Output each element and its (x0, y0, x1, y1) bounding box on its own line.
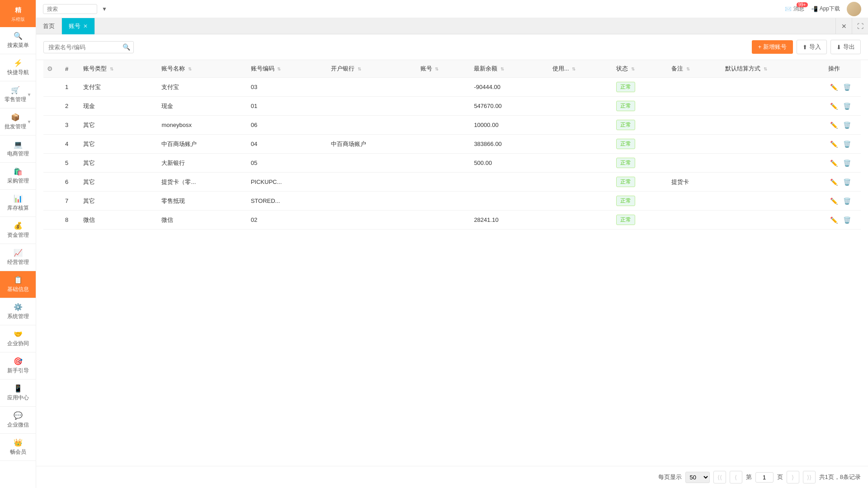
col-account-no-label: 账号 (420, 65, 432, 72)
col-account-type[interactable]: 账号类型 ⇅ (80, 60, 158, 78)
export-button[interactable]: ⬇ 导出 (830, 40, 861, 54)
delete-btn-1[interactable]: 🗑️ (841, 102, 853, 111)
edit-btn-4[interactable]: ✏️ (828, 159, 840, 168)
sidebar-item-new-guide[interactable]: 🎯 新手引导 (0, 352, 36, 380)
topbar-dropdown[interactable]: ▼ (102, 6, 107, 12)
sidebar-item-purchase[interactable]: 🛍️ 采购管理 (0, 163, 36, 190)
cell-account-name-4: 大新银行 (158, 154, 247, 173)
col-settings[interactable]: ⚙ (43, 60, 61, 78)
col-status[interactable]: 状态 ⇅ (613, 60, 668, 78)
cell-account-type-5: 其它 (80, 173, 158, 192)
page-first-btn[interactable]: ⟨⟨ (713, 471, 726, 483)
cell-balance-5 (470, 173, 548, 192)
cell-settings-0 (43, 78, 61, 97)
delete-btn-5[interactable]: 🗑️ (841, 178, 853, 187)
vip-icon: 👑 (14, 438, 23, 447)
col-default-settlement[interactable]: 默认结算方式 ⇅ (722, 60, 825, 78)
app-download-icon: 📲 (811, 6, 818, 12)
edit-btn-2[interactable]: ✏️ (828, 121, 840, 130)
sidebar-item-finance[interactable]: 💰 资金管理 (0, 217, 36, 244)
system-icon: ⚙️ (14, 303, 23, 311)
tab-home[interactable]: 首页 (36, 18, 62, 34)
page-last-btn[interactable]: ⟩⟩ (803, 471, 816, 483)
delete-btn-2[interactable]: 🗑️ (841, 121, 853, 130)
cell-open-bank-3: 中百商场账户 (327, 135, 416, 154)
cell-settings-6 (43, 192, 61, 211)
topbar-avatar[interactable] (847, 2, 861, 16)
cell-settings-3 (43, 135, 61, 154)
col-account-no[interactable]: 账号 ⇅ (417, 60, 471, 78)
edit-btn-5[interactable]: ✏️ (828, 178, 840, 187)
col-account-name[interactable]: 账号名称 ⇅ (158, 60, 247, 78)
tab-accounts[interactable]: 账号 ✕ (62, 18, 95, 34)
tab-close-icon-btn[interactable]: ✕ (835, 18, 852, 34)
cell-use-for-3 (549, 135, 613, 154)
sort-account-no-icon: ⇅ (435, 66, 439, 71)
sort-account-code-icon: ⇅ (277, 66, 281, 71)
delete-btn-7[interactable]: 🗑️ (841, 216, 853, 225)
table-wrap: ⚙ # 账号类型 ⇅ 账号名称 ⇅ 账号编码 ⇅ (36, 60, 868, 466)
cell-open-bank-5 (327, 173, 416, 192)
cell-account-no-3 (417, 135, 471, 154)
cell-account-type-4: 其它 (80, 154, 158, 173)
page-prev-btn[interactable]: ⟨ (730, 471, 742, 483)
col-account-type-label: 账号类型 (83, 65, 107, 72)
col-account-name-label: 账号名称 (161, 65, 185, 72)
sidebar-item-app-center[interactable]: 📱 应用中心 (0, 380, 36, 407)
col-account-code[interactable]: 账号编码 ⇅ (247, 60, 328, 78)
col-remark-label: 备注 (671, 65, 683, 72)
edit-btn-0[interactable]: ✏️ (828, 83, 840, 92)
col-remark[interactable]: 备注 ⇅ (668, 60, 722, 78)
cell-remark-4 (668, 154, 722, 173)
sidebar-item-label-inventory: 库存核算 (7, 204, 29, 212)
sidebar-item-wholesale[interactable]: 📦 批发管理 ▼ (0, 108, 36, 136)
col-latest-balance-label: 最新余额 (474, 65, 497, 72)
ecom-icon: 💻 (14, 140, 23, 149)
col-latest-balance[interactable]: 最新余额 ⇅ (470, 60, 548, 78)
delete-btn-4[interactable]: 🗑️ (841, 159, 853, 168)
sidebar-item-operations[interactable]: 📈 经营管理 (0, 244, 36, 271)
delete-btn-3[interactable]: 🗑️ (841, 140, 853, 149)
add-account-button[interactable]: + 新增账号 (752, 40, 793, 54)
page-number-input[interactable] (755, 472, 774, 483)
cell-status-3: 正常 (613, 135, 668, 154)
sidebar-item-label-ecom: 电商管理 (7, 150, 29, 158)
tab-expand-icon-btn[interactable]: ⛶ (852, 18, 868, 34)
sidebar-item-enterprise[interactable]: 🤝 企业协同 (0, 325, 36, 352)
cell-settlement-4 (722, 154, 825, 173)
import-button[interactable]: ⬆ 导入 (797, 40, 827, 54)
sidebar-item-quick-nav[interactable]: ⚡ 快捷导航 (0, 54, 36, 81)
delete-btn-0[interactable]: 🗑️ (841, 83, 853, 92)
sidebar-logo: 精 乐橙版 (0, 0, 36, 27)
col-use-for[interactable]: 使用... ⇅ (549, 60, 613, 78)
sidebar-item-ecom[interactable]: 💻 电商管理 (0, 136, 36, 163)
sidebar-item-vip[interactable]: 👑 畅会员 (0, 434, 36, 461)
page-size-select[interactable]: 50 10 20 100 (685, 472, 710, 483)
edit-btn-6[interactable]: ✏️ (828, 197, 840, 206)
sidebar-item-retail-manage[interactable]: 🛒 零售管理 ▼ (0, 81, 36, 108)
topbar-app-download[interactable]: 📲 App下载 (811, 5, 840, 13)
sort-account-name-icon: ⇅ (188, 66, 192, 71)
accounts-search-input[interactable] (43, 41, 134, 53)
table-body: 1 支付宝 支付宝 03 -90444.00 正常 ✏️ 🗑️ 2 现金 现金 … (43, 78, 861, 230)
sort-status-icon: ⇅ (631, 66, 635, 71)
message-badge: 99+ (797, 2, 808, 7)
cell-balance-7: 28241.10 (470, 211, 548, 230)
sidebar-item-basic-info[interactable]: 📋 基础信息 (0, 271, 36, 298)
sidebar-item-enterprise-wechat[interactable]: 💬 企业微信 (0, 407, 36, 434)
tabbar: 首页 账号 ✕ ✕ ⛶ (36, 18, 868, 34)
edit-btn-1[interactable]: ✏️ (828, 102, 840, 111)
col-open-bank[interactable]: 开户银行 ⇅ (327, 60, 416, 78)
edit-btn-7[interactable]: ✏️ (828, 216, 840, 225)
sidebar-item-inventory[interactable]: 📊 库存核算 (0, 190, 36, 217)
edit-btn-3[interactable]: ✏️ (828, 140, 840, 149)
page-next-btn[interactable]: ⟩ (787, 471, 799, 483)
delete-btn-6[interactable]: 🗑️ (841, 197, 853, 206)
sidebar-item-system[interactable]: ⚙️ 系统管理 (0, 298, 36, 325)
cell-account-code-6: STORED... (247, 192, 328, 211)
sidebar-item-search-menu[interactable]: 🔍 搜索菜单 (0, 27, 36, 54)
tab-close-accounts[interactable]: ✕ (83, 23, 88, 29)
topbar-message[interactable]: ✉️ 消息 99+ (785, 5, 804, 13)
topbar-search-input[interactable] (43, 4, 97, 14)
cell-account-name-3: 中百商场账户 (158, 135, 247, 154)
